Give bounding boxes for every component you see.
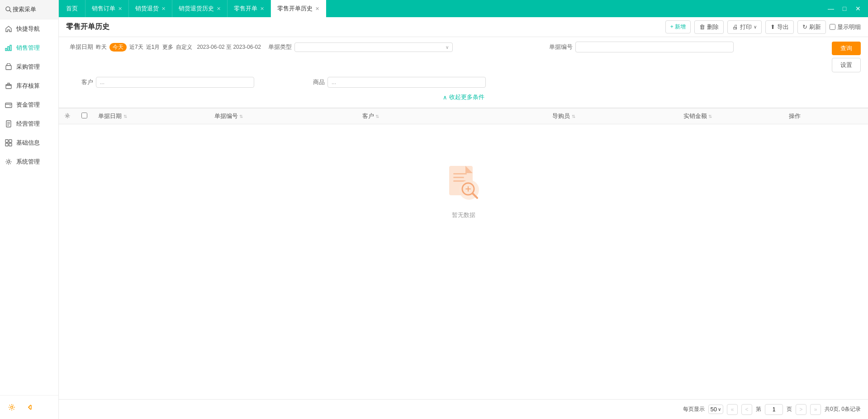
last-page-btn[interactable]: » [810,404,821,415]
date-today[interactable]: 今天 [109,43,127,52]
settings-icon [5,158,13,166]
query-button[interactable]: 查询 [832,42,861,55]
tab-sales-return-close[interactable]: ✕ [161,6,166,12]
search-icon [5,5,13,14]
tab-retail-open[interactable]: 零售开单 ✕ [228,0,271,17]
collapse-arrow-icon: ∧ [443,94,447,101]
per-page-select[interactable]: 50 ∨ [708,405,723,414]
svg-rect-4 [10,45,11,51]
tab-retail-history[interactable]: 零售开单历史 ✕ [271,0,326,17]
print-button[interactable]: 🖨 打印 ∨ [727,20,762,34]
sidebar-item-sales[interactable]: 销售管理 [0,38,58,57]
next-page-btn[interactable]: > [796,404,806,415]
number-label: 单据编号 [545,43,573,51]
tab-sales-order-label: 销售订单 [92,5,115,13]
tab-home[interactable]: 首页 [59,0,85,17]
col-date-header: 单据日期 ⇅ [93,108,209,124]
tab-sales-return[interactable]: 销货退货 ✕ [129,0,172,17]
sidebar-search-label: 搜索采单 [13,5,36,14]
goods-select-text: ... [332,79,482,85]
date-custom[interactable]: 自定义 [176,43,192,51]
delete-icon: 🗑 [699,24,705,30]
svg-rect-2 [5,48,7,51]
add-button[interactable]: + 新增 [665,20,691,33]
tab-sales-order[interactable]: 销售订单 ✕ [85,0,129,17]
empty-state: 暂无数据 [59,124,868,255]
tab-sales-order-close[interactable]: ✕ [118,6,122,12]
tab-retail-history-close[interactable]: ✕ [315,6,319,12]
sidebar-item-operation[interactable]: 经营管理 [0,114,58,133]
sort-staff-btn[interactable]: 导购员 ⇅ [552,113,575,119]
sidebar-item-basic[interactable]: 基础信息 [0,133,58,152]
grid-icon [5,139,13,147]
first-page-btn[interactable]: « [727,404,738,415]
number-input[interactable] [575,42,734,52]
tab-retail-open-close[interactable]: ✕ [260,6,264,12]
empty-illustration [441,160,486,206]
export-button[interactable]: ⬆ 导出 [765,20,794,34]
sidebar-item-purchase[interactable]: 采购管理 [0,57,58,76]
col-settings-header[interactable] [59,108,76,124]
bottom-settings-btn[interactable] [5,400,19,414]
page-label: 第 [756,405,761,413]
sidebar-item-quick-nav[interactable]: 快捷导航 [0,19,58,38]
bag-icon [5,63,13,71]
date-range-display: 2023-06-02 至 2023-06-02 [197,43,261,51]
date-week[interactable]: 近7天 [129,43,143,51]
sort-cust-btn[interactable]: 客户 ⇅ [362,113,379,119]
data-table: 单据日期 ⇅ 单据编号 ⇅ 客户 ⇅ [59,108,868,124]
select-all-checkbox[interactable] [81,113,87,118]
empty-text: 暂无数据 [452,211,475,219]
per-page-arrow-icon: ∨ [718,407,721,412]
date-more[interactable]: 更多 [162,43,173,51]
svg-rect-3 [8,47,9,51]
tab-home-label: 首页 [66,5,78,13]
sidebar-item-inventory[interactable]: 库存核算 [0,76,58,95]
sidebar-label-quick-nav: 快捷导航 [16,25,40,33]
home-icon [5,25,13,33]
svg-rect-14 [9,140,12,142]
sort-date-btn[interactable]: 单据日期 ⇅ [98,113,127,119]
close-btn[interactable]: ✕ [852,2,864,15]
toolbar-actions: + 新增 🗑 🗑 删除 删除 🖨 打印 ∨ ⬆ 导出 ↻ 刷新 显示 [665,20,861,34]
delete-button[interactable]: 🗑 🗑 删除 删除 [694,20,724,34]
display-detail-toggle[interactable]: 显示明细 [830,23,861,31]
date-month[interactable]: 近1月 [146,43,160,51]
svg-point-8 [10,105,11,106]
page-input[interactable] [765,404,783,415]
refresh-button[interactable]: ↻ 刷新 [797,20,826,34]
settings-button[interactable]: 设置 [832,58,861,72]
prev-page-btn[interactable]: < [741,404,752,415]
svg-point-17 [8,161,10,163]
page-title: 零售开单历史 [66,22,661,32]
type-select[interactable]: ∨ [294,42,453,52]
filter-collapse-btn[interactable]: ∧ 收起更多条件 [66,91,861,103]
customer-select[interactable]: ... [96,77,254,88]
sidebar-search[interactable]: 搜索采单 [0,0,58,19]
sidebar-item-system[interactable]: 系统管理 [0,152,58,171]
customer-label: 客户 [66,78,93,86]
per-page-value: 50 [711,406,717,413]
goods-select[interactable]: ... [327,77,486,88]
date-yesterday[interactable]: 昨天 [96,43,107,51]
filter-section: 单据日期 昨天 今天 近7天 近1月 更多 自定义 2023-06-02 至 2… [59,37,868,108]
tab-sales-return-history[interactable]: 销货退货历史 ✕ [172,0,228,17]
export-icon: ⬆ [770,24,775,30]
sort-num-btn[interactable]: 单据编号 ⇅ [214,113,243,119]
svg-rect-13 [5,140,8,142]
maximize-btn[interactable]: □ [838,2,851,15]
sort-amount-btn[interactable]: 实销金额 ⇅ [683,113,712,119]
minimize-btn[interactable]: — [825,2,837,15]
bottom-collapse-btn[interactable] [23,400,37,414]
page-suffix: 页 [787,405,792,413]
settings-table-icon[interactable] [64,113,71,120]
page-total: 共0页, 0条记录 [825,405,861,413]
col-check-header[interactable] [76,108,93,124]
display-detail-checkbox[interactable] [830,24,835,30]
sidebar-bottom [0,395,58,419]
display-detail-label: 显示明细 [837,23,861,31]
tab-sales-return-history-close[interactable]: ✕ [217,6,221,12]
svg-rect-7 [5,103,12,108]
sidebar-item-finance[interactable]: 资金管理 [0,95,58,114]
tab-sales-return-label: 销货退货 [135,5,159,13]
